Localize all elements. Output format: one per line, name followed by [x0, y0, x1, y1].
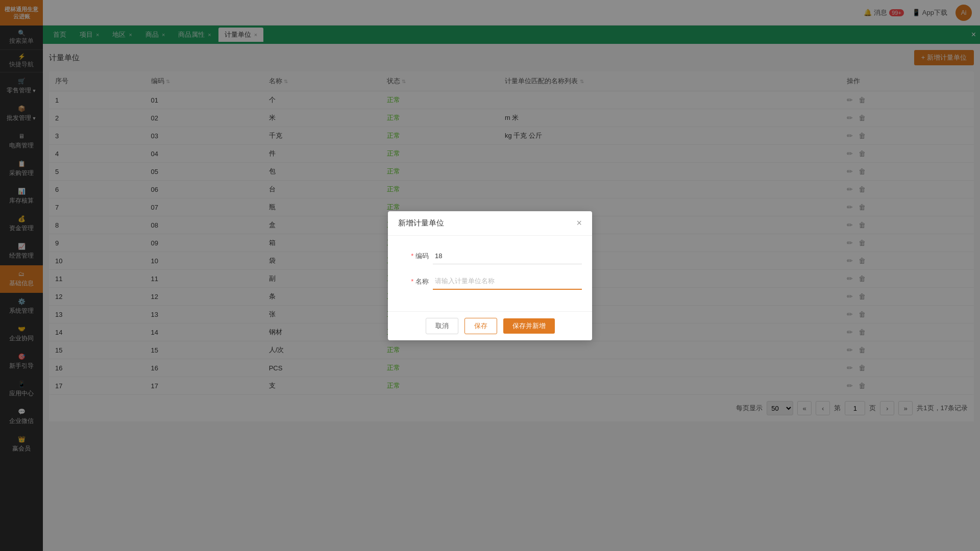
modal-footer: 取消 保存 保存并新增	[388, 311, 592, 340]
code-label: 编码	[398, 252, 429, 261]
modal-body: 编码 名称	[388, 236, 592, 311]
add-unit-modal: 新增计量单位 × 编码 名称 取消 保存 保存并新增	[388, 211, 592, 340]
modal-close-button[interactable]: ×	[576, 218, 582, 228]
name-label: 名称	[398, 277, 429, 286]
save-and-new-button[interactable]: 保存并新增	[503, 318, 555, 334]
save-button[interactable]: 保存	[464, 318, 497, 334]
name-form-item: 名称	[398, 273, 582, 290]
modal-header: 新增计量单位 ×	[388, 211, 592, 236]
modal-title: 新增计量单位	[398, 218, 444, 228]
code-input[interactable]	[433, 248, 582, 264]
cancel-button[interactable]: 取消	[426, 318, 458, 334]
name-input[interactable]	[433, 273, 582, 290]
modal-overlay[interactable]: 新增计量单位 × 编码 名称 取消 保存 保存并新增	[0, 0, 980, 551]
code-form-item: 编码	[398, 248, 582, 264]
